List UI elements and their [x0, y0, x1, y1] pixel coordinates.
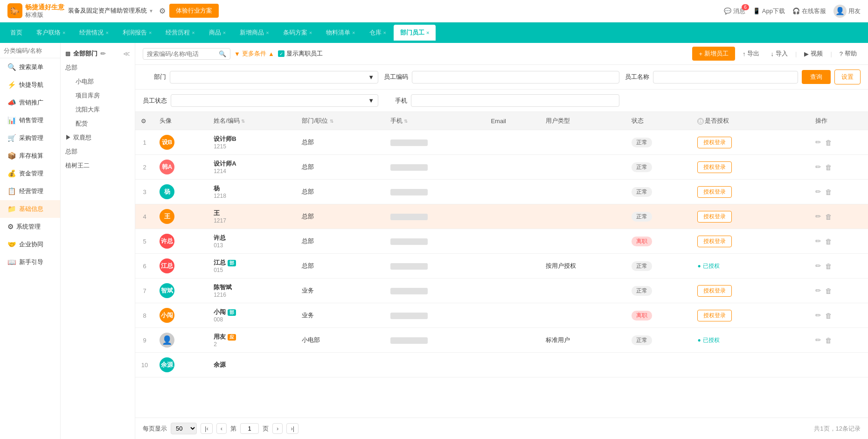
- sys-name-area[interactable]: 装备及固定资产辅助管理系统 ▼: [68, 7, 153, 15]
- trial-button[interactable]: 体验行业方案: [169, 4, 219, 18]
- edit-icon[interactable]: ✏: [815, 262, 821, 270]
- online-support-btn[interactable]: 🎧 在线客服: [792, 7, 826, 15]
- page-number-input[interactable]: [240, 423, 259, 434]
- search-input-box[interactable]: 🔍: [143, 48, 230, 60]
- next-page-btn[interactable]: ›: [272, 423, 283, 434]
- col-name-code[interactable]: 姓名/编码 ⇅: [208, 112, 296, 130]
- nav-tab-新增商品[interactable]: 新增商品 ×: [233, 25, 275, 41]
- auth-login-btn[interactable]: 授权登录: [697, 236, 732, 247]
- edit-icon[interactable]: ✏: [815, 336, 821, 344]
- auth-login-btn[interactable]: 授权登录: [697, 161, 732, 173]
- sidebar-item-采购管理[interactable]: 🛒采购管理: [0, 129, 60, 147]
- add-emp-button[interactable]: + 新增员工: [692, 47, 735, 61]
- nav-tab-经营历程[interactable]: 经营历程 ×: [159, 25, 201, 41]
- auth-login-btn[interactable]: 授权登录: [697, 186, 732, 198]
- dept-item[interactable]: ▶ 双鹿想: [61, 131, 135, 145]
- auth-login-btn[interactable]: 授权登录: [697, 137, 732, 148]
- dept-item[interactable]: 小电部: [61, 75, 135, 89]
- import-btn[interactable]: ↓ 导入: [767, 48, 792, 60]
- nav-tab-条码方案[interactable]: 条码方案 ×: [277, 25, 319, 41]
- sidebar-item-销售管理[interactable]: 📊销售管理: [0, 111, 60, 129]
- delete-icon[interactable]: 🗑: [825, 237, 832, 245]
- edit-icon[interactable]: ✏: [815, 237, 821, 245]
- page-size-select[interactable]: 50 100 200: [171, 423, 197, 434]
- sidebar-item-营销推广[interactable]: 📣营销推广: [0, 94, 60, 111]
- close-icon[interactable]: ×: [266, 30, 269, 35]
- show-resigned-toggle[interactable]: ✓ 显示离职员工: [278, 49, 323, 58]
- nav-tab-仓库[interactable]: 仓库 ×: [363, 25, 393, 41]
- dept-item[interactable]: 植树王二: [61, 159, 135, 173]
- delete-icon[interactable]: 🗑: [825, 213, 832, 221]
- sidebar-item-企业协同[interactable]: 🤝企业协同: [0, 236, 60, 253]
- close-icon[interactable]: ×: [426, 30, 429, 35]
- sidebar-item-搜索菜单[interactable]: 🔍搜索菜单: [0, 58, 60, 76]
- export-btn[interactable]: ↑ 导出: [739, 48, 764, 60]
- sidebar-search-input[interactable]: [4, 47, 61, 54]
- dept-item[interactable]: 项目库房: [61, 89, 135, 103]
- nav-tab-部门员工[interactable]: 部门员工 ×: [394, 25, 436, 41]
- set-button[interactable]: 设置: [834, 70, 861, 84]
- dept-item[interactable]: 沈阳大库: [61, 103, 135, 117]
- nav-tab-物料清单[interactable]: 物料清单 ×: [319, 25, 361, 41]
- close-icon[interactable]: ×: [105, 30, 108, 35]
- delete-icon[interactable]: 🗑: [825, 139, 832, 146]
- help-btn[interactable]: ? 帮助: [836, 48, 861, 60]
- nav-tab-经营情况[interactable]: 经营情况 ×: [73, 25, 115, 41]
- dept-item[interactable]: 总部: [61, 61, 135, 75]
- more-filter-btn[interactable]: ▼ 更多条件 ▲: [234, 49, 274, 58]
- gear-icon[interactable]: ⚙: [159, 7, 166, 15]
- col-dept-position[interactable]: 部门/职位 ⇅: [296, 112, 384, 130]
- sidebar-item-资金管理[interactable]: 💰资金管理: [0, 165, 60, 182]
- nav-tab-首页[interactable]: 首页: [4, 25, 29, 41]
- view-btn[interactable]: ▶ 视频: [800, 48, 826, 60]
- delete-icon[interactable]: 🗑: [825, 312, 832, 320]
- col-phone[interactable]: 手机 ⇅: [385, 112, 486, 130]
- prev-page-btn[interactable]: ‹: [216, 423, 227, 434]
- delete-icon[interactable]: 🗑: [825, 163, 832, 171]
- nav-tab-商品[interactable]: 商品 ×: [202, 25, 232, 41]
- last-page-btn[interactable]: ›|: [286, 423, 299, 434]
- close-icon[interactable]: ×: [192, 30, 194, 35]
- first-page-btn[interactable]: |‹: [201, 423, 213, 434]
- nav-tab-利润报告[interactable]: 利润报告 ×: [116, 25, 158, 41]
- close-icon[interactable]: ×: [223, 30, 226, 35]
- sidebar-search[interactable]: 🔍: [0, 43, 60, 58]
- sidebar-item-快捷导航[interactable]: ⚡快捷导航: [0, 76, 60, 94]
- col-settings[interactable]: ⚙: [135, 112, 154, 130]
- dept-collapse-icon[interactable]: ≪: [123, 50, 130, 57]
- dept-edit-icon[interactable]: ✏: [100, 50, 106, 57]
- auth-login-btn[interactable]: 授权登录: [697, 285, 732, 297]
- close-icon[interactable]: ×: [62, 30, 65, 35]
- edit-icon[interactable]: ✏: [815, 138, 821, 146]
- close-icon[interactable]: ×: [352, 30, 355, 35]
- close-icon[interactable]: ×: [149, 30, 152, 35]
- filter-emp-status-select[interactable]: ▼: [171, 94, 378, 107]
- filter-emp-name-input[interactable]: [653, 71, 798, 84]
- filter-phone-input[interactable]: [411, 94, 619, 107]
- auth-login-btn[interactable]: 授权登录: [697, 211, 732, 223]
- user-area[interactable]: 👤 用友: [833, 5, 861, 18]
- edit-icon[interactable]: ✏: [815, 212, 821, 221]
- close-icon[interactable]: ×: [383, 30, 386, 35]
- sidebar-item-库存核算[interactable]: 📦库存核算: [0, 147, 60, 165]
- close-icon[interactable]: ×: [309, 30, 312, 35]
- delete-icon[interactable]: 🗑: [825, 262, 832, 270]
- sidebar-item-系统管理[interactable]: ⚙系统管理: [0, 218, 60, 236]
- edit-icon[interactable]: ✏: [815, 311, 821, 320]
- sidebar-item-经营管理[interactable]: 📋经营管理: [0, 182, 60, 200]
- dept-item[interactable]: 配货: [61, 117, 135, 131]
- app-download-btn[interactable]: 📱 App下载: [753, 7, 785, 15]
- edit-icon[interactable]: ✏: [815, 286, 821, 295]
- edit-icon[interactable]: ✏: [815, 188, 821, 196]
- delete-icon[interactable]: 🗑: [825, 287, 832, 295]
- query-button[interactable]: 查询: [802, 70, 831, 84]
- delete-icon[interactable]: 🗑: [825, 336, 832, 344]
- edit-icon[interactable]: ✏: [815, 163, 821, 171]
- delete-icon[interactable]: 🗑: [825, 188, 832, 196]
- auth-login-btn[interactable]: 授权登录: [697, 310, 732, 321]
- message-btn[interactable]: 💬 消息 6: [724, 7, 745, 15]
- dept-item[interactable]: 总部: [61, 145, 135, 159]
- search-input[interactable]: [147, 50, 217, 57]
- sidebar-item-基础信息[interactable]: 📁基础信息: [0, 200, 60, 218]
- sidebar-item-新手引导[interactable]: 📖新手引导: [0, 253, 60, 271]
